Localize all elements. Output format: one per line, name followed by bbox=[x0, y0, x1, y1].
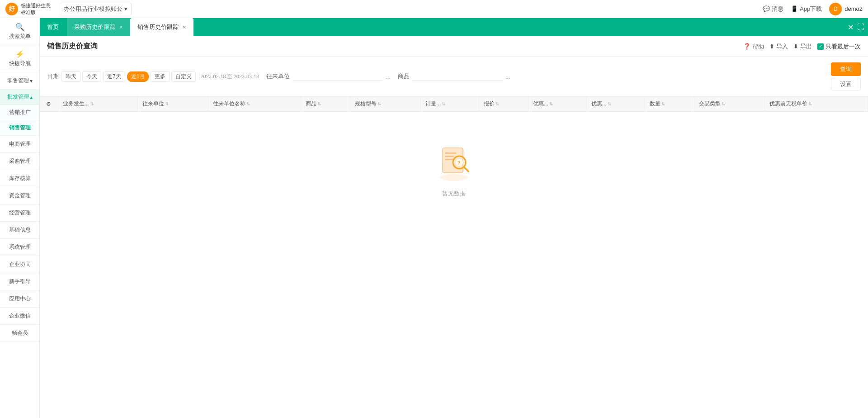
chevron-down-icon: ▾ bbox=[30, 78, 33, 84]
sidebar-item-enterprise-coop[interactable]: 企业协同 bbox=[0, 256, 39, 273]
tab-label: 销售历史价跟踪 bbox=[137, 23, 179, 31]
logo-text: 畅捷通好生意 标准版 bbox=[21, 2, 51, 15]
page-header: 销售历史价查询 ❓ 帮助 ⬆ 导入 ⬇ 导出 ✓ bbox=[40, 36, 868, 57]
th-business-date[interactable]: 业务发生... ⇅ bbox=[58, 96, 137, 112]
svg-line-6 bbox=[464, 167, 468, 171]
th-discount2[interactable]: 优惠... ⇅ bbox=[586, 96, 645, 112]
sort-icon: ⇅ bbox=[317, 101, 321, 106]
tab-purchase-history[interactable]: 采购历史价跟踪 ✕ bbox=[67, 18, 130, 36]
svg-text:?: ? bbox=[458, 161, 460, 166]
sidebar-item-ecommerce[interactable]: 电商管理 bbox=[0, 136, 39, 153]
sidebar-item-wholesale-mgmt[interactable]: 批发管理 ▴ bbox=[0, 90, 39, 105]
close-window-icon[interactable]: ✕ bbox=[848, 23, 854, 32]
sidebar-item-marketing[interactable]: 营销推广 bbox=[0, 105, 39, 120]
import-icon: ⬆ bbox=[769, 43, 774, 50]
app-download-action[interactable]: 📱 App下载 bbox=[791, 5, 822, 13]
date-btn-last1month[interactable]: 近1月 bbox=[127, 71, 149, 82]
export-icon: ⬇ bbox=[793, 43, 798, 50]
empty-text: 暂无数据 bbox=[442, 190, 466, 198]
th-partner-code[interactable]: 往来单位 ⇅ bbox=[137, 96, 208, 112]
sidebar-item-new-guide[interactable]: 新手引导 bbox=[0, 273, 39, 290]
query-button[interactable]: 查询 bbox=[831, 62, 861, 76]
date-btn-yesterday[interactable]: 昨天 bbox=[61, 71, 80, 82]
sidebar-item-label: 畅会员 bbox=[12, 329, 28, 337]
sidebar-item-app-center[interactable]: 应用中心 bbox=[0, 290, 39, 308]
date-btn-last7days[interactable]: 近7天 bbox=[103, 71, 125, 82]
sort-icon: ⇅ bbox=[246, 101, 250, 106]
only-last-checkbox-label[interactable]: ✓ 只看最后一次 bbox=[817, 43, 861, 51]
header-right: 💬 消息 📱 App下载 D demo2 bbox=[763, 3, 863, 15]
tab-sales-history[interactable]: 销售历史价跟踪 ✕ bbox=[130, 18, 193, 36]
sort-icon: ⇅ bbox=[442, 101, 445, 106]
sidebar-item-inventory[interactable]: 库存核算 bbox=[0, 170, 39, 187]
tab-bar-right: ✕ ⛶ bbox=[848, 23, 868, 32]
svg-rect-2 bbox=[445, 152, 456, 154]
sidebar-item-label: 经营管理 bbox=[9, 209, 31, 217]
sidebar-item-system[interactable]: 系统管理 bbox=[0, 239, 39, 256]
date-label: 日期 bbox=[47, 72, 59, 81]
checkbox-checked-icon: ✓ bbox=[817, 43, 824, 50]
partner-label: 往来单位 bbox=[266, 72, 290, 81]
date-btn-custom[interactable]: 自定义 bbox=[171, 71, 196, 82]
tab-home[interactable]: 首页 bbox=[40, 18, 66, 36]
th-quote-price[interactable]: 报价 ⇅ bbox=[479, 96, 528, 112]
tab-label: 采购历史价跟踪 bbox=[74, 23, 115, 31]
import-action[interactable]: ⬆ 导入 bbox=[769, 43, 788, 51]
tab-close-icon[interactable]: ✕ bbox=[119, 24, 123, 30]
product-filter-group: 商品 ... bbox=[398, 72, 510, 81]
th-unit[interactable]: 计量... ⇅ bbox=[421, 96, 479, 112]
user-area[interactable]: D demo2 bbox=[829, 3, 863, 15]
sort-icon: ⇅ bbox=[608, 101, 611, 106]
th-settings[interactable]: ⚙ bbox=[40, 96, 58, 112]
sidebar: 🔍 搜索菜单 ⚡ 快捷导航 零售管理 ▾ 批发管理 ▴ 营销推广 销售管理 电商… bbox=[0, 18, 40, 418]
avatar: D bbox=[829, 3, 842, 15]
sidebar-item-operation[interactable]: 经营管理 bbox=[0, 204, 39, 222]
th-discount1[interactable]: 优惠... ⇅ bbox=[528, 96, 586, 112]
sidebar-item-label: 快捷导航 bbox=[9, 60, 31, 67]
message-action[interactable]: 💬 消息 bbox=[763, 5, 783, 13]
tab-close-icon[interactable]: ✕ bbox=[182, 24, 186, 30]
sidebar-item-retail-mgmt[interactable]: 零售管理 ▾ bbox=[0, 72, 39, 90]
product-input[interactable] bbox=[412, 72, 503, 81]
table-container: ⚙ 业务发生... ⇅ 往来单位 bbox=[40, 96, 868, 225]
date-btn-more[interactable]: 更多 bbox=[151, 71, 170, 82]
partner-input[interactable] bbox=[292, 72, 383, 81]
sidebar-item-search-menu[interactable]: 🔍 搜索菜单 bbox=[0, 18, 39, 45]
date-buttons: 昨天 今天 近7天 近1月 更多 自定义 bbox=[61, 71, 196, 82]
th-quantity[interactable]: 数量 ⇅ bbox=[645, 96, 694, 112]
sidebar-item-label: 电商管理 bbox=[9, 140, 31, 148]
sidebar-item-label: 系统管理 bbox=[9, 243, 31, 251]
app-selector[interactable]: 办公用品行业模拟账套 ▾ bbox=[60, 3, 132, 15]
settings-button[interactable]: 设置 bbox=[831, 78, 861, 90]
date-btn-today[interactable]: 今天 bbox=[82, 71, 101, 82]
product-label: 商品 bbox=[398, 72, 410, 81]
sidebar-item-purchase[interactable]: 采购管理 bbox=[0, 153, 39, 170]
th-spec[interactable]: 规格型号 ⇅ bbox=[350, 96, 421, 112]
partner-dots[interactable]: ... bbox=[386, 73, 391, 80]
th-product[interactable]: 商品 ⇅ bbox=[301, 96, 350, 112]
sort-icon: ⇅ bbox=[661, 101, 665, 106]
search-icon: 🔍 bbox=[15, 23, 24, 31]
product-dots[interactable]: ... bbox=[505, 73, 510, 80]
sidebar-item-quick-nav[interactable]: ⚡ 快捷导航 bbox=[0, 45, 39, 72]
sidebar-item-finance[interactable]: 资金管理 bbox=[0, 187, 39, 204]
page-title: 销售历史价查询 bbox=[47, 42, 98, 51]
sidebar-item-label: 应用中心 bbox=[9, 295, 31, 303]
th-trade-type[interactable]: 交易类型 ⇅ bbox=[694, 96, 765, 112]
sort-icon: ⇅ bbox=[808, 101, 812, 106]
th-pre-discount-price[interactable]: 优惠前无税单价 ⇅ bbox=[765, 96, 868, 112]
sidebar-item-label: 采购管理 bbox=[9, 157, 31, 165]
sidebar-item-basic-info[interactable]: 基础信息 bbox=[0, 222, 39, 239]
maximize-icon[interactable]: ⛶ bbox=[857, 23, 864, 31]
settings-icon: ⚙ bbox=[46, 101, 51, 107]
sidebar-item-label: 企业微信 bbox=[9, 312, 31, 320]
th-partner-name[interactable]: 往来单位名称 ⇅ bbox=[208, 96, 301, 112]
sidebar-item-enterprise-wechat[interactable]: 企业微信 bbox=[0, 308, 39, 325]
sidebar-item-sales-mgmt[interactable]: 销售管理 bbox=[0, 120, 39, 136]
sidebar-item-label: 企业协同 bbox=[9, 261, 31, 268]
export-action[interactable]: ⬇ 导出 bbox=[793, 43, 812, 51]
page-header-actions: ❓ 帮助 ⬆ 导入 ⬇ 导出 ✓ 只看最后一次 bbox=[743, 43, 861, 51]
sidebar-item-member[interactable]: 畅会员 bbox=[0, 325, 39, 342]
date-range-display: 2023-02-18 至 2023-03-18 bbox=[200, 73, 259, 80]
help-action[interactable]: ❓ 帮助 bbox=[743, 43, 764, 51]
